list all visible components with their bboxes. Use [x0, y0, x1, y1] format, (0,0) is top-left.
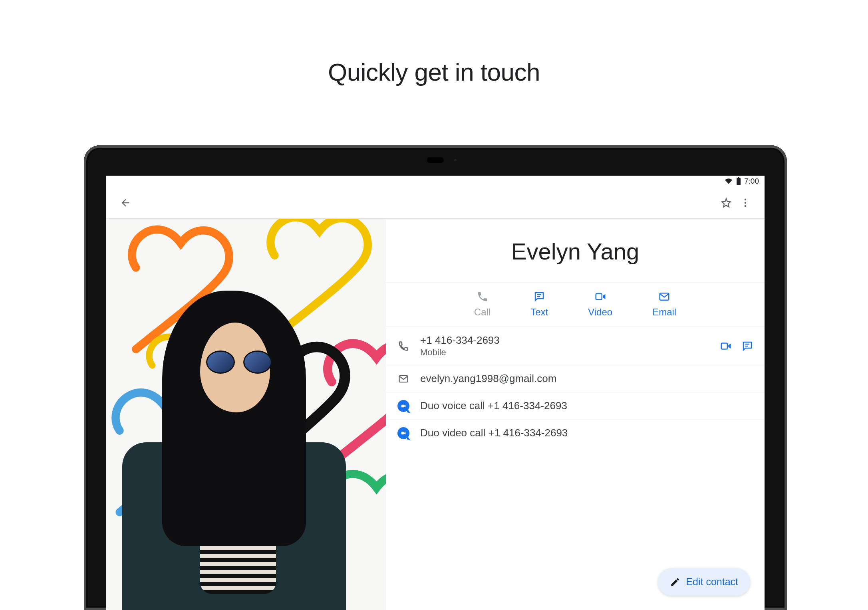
contact-details: Evelyn Yang Call Text Video — [386, 219, 765, 610]
svg-rect-0 — [737, 178, 741, 185]
video-action[interactable]: Video — [588, 291, 612, 318]
video-label: Video — [588, 307, 612, 318]
phone-number: +1 416-334-2693 — [420, 334, 709, 347]
more-options-button[interactable] — [736, 193, 755, 212]
favorite-button[interactable] — [717, 193, 736, 212]
svg-rect-9 — [401, 404, 404, 407]
message-icon — [533, 291, 545, 303]
duo-icon — [397, 427, 410, 439]
svg-rect-5 — [596, 294, 602, 300]
app-bar — [106, 187, 765, 219]
duo-voice-row[interactable]: Duo voice call +1 416-334-2693 — [386, 392, 765, 420]
video-icon — [594, 291, 606, 303]
text-action[interactable]: Text — [530, 291, 548, 318]
svg-point-4 — [745, 205, 747, 207]
promo-title: Quickly get in touch — [0, 0, 868, 86]
svg-rect-7 — [721, 343, 727, 349]
battery-icon — [736, 177, 741, 185]
email-address: evelyn.yang1998@gmail.com — [420, 372, 753, 385]
call-label: Call — [474, 307, 491, 318]
svg-point-2 — [745, 198, 747, 200]
phone-row[interactable]: +1 416-334-2693 Mobile — [386, 327, 765, 365]
photo-subject — [106, 219, 386, 610]
call-action[interactable]: Call — [474, 291, 491, 318]
duo-video-row[interactable]: Duo video call +1 416-334-2693 — [386, 420, 765, 446]
email-label: Email — [652, 307, 676, 318]
back-button[interactable] — [116, 193, 135, 212]
phone-type: Mobile — [420, 347, 709, 358]
email-row[interactable]: evelyn.yang1998@gmail.com — [386, 365, 765, 392]
phone-outline-icon — [397, 341, 410, 352]
email-outline-icon — [397, 373, 410, 384]
svg-point-3 — [745, 202, 747, 204]
text-label: Text — [530, 307, 548, 318]
phone-icon — [477, 291, 489, 303]
content-area: Evelyn Yang Call Text Video — [106, 219, 765, 610]
svg-rect-1 — [738, 177, 739, 178]
edit-icon — [670, 577, 680, 587]
quick-actions: Call Text Video Email — [386, 283, 765, 327]
status-bar: 7:00 — [106, 176, 765, 187]
duo-icon — [397, 400, 410, 412]
edit-contact-fab[interactable]: Edit contact — [658, 568, 750, 596]
row-message-button[interactable] — [741, 340, 753, 352]
row-video-button[interactable] — [720, 340, 732, 352]
screen: 7:00 — [106, 176, 765, 610]
duo-video-text: Duo video call +1 416-334-2693 — [420, 427, 753, 439]
duo-voice-text: Duo voice call +1 416-334-2693 — [420, 400, 753, 412]
wifi-icon — [724, 178, 733, 185]
tablet-camera — [427, 157, 444, 163]
email-action[interactable]: Email — [652, 291, 676, 318]
email-icon — [658, 291, 670, 303]
tablet-frame: 7:00 — [84, 145, 787, 610]
detail-list: +1 416-334-2693 Mobile evelyn.yang1998@g… — [386, 327, 765, 446]
contact-photo[interactable] — [106, 219, 386, 610]
status-time: 7:00 — [744, 177, 759, 186]
svg-rect-10 — [401, 432, 404, 434]
edit-contact-label: Edit contact — [686, 576, 738, 588]
contact-name: Evelyn Yang — [386, 219, 765, 283]
